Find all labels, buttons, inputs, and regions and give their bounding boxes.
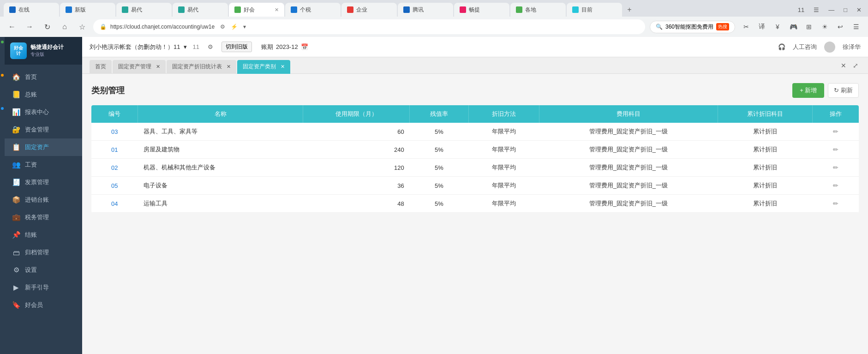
sidebar-item-tax[interactable]: 💼 税务管理 bbox=[5, 209, 82, 226]
sidebar-item-payroll[interactable]: 👥 工资 bbox=[5, 156, 82, 174]
sidebar-item-funds[interactable]: 🔐 资金管理 bbox=[5, 121, 82, 138]
cell-name-1: 房屋及建筑物 bbox=[138, 141, 303, 159]
sidebar-item-reports[interactable]: 📊 报表中心 bbox=[5, 103, 82, 121]
tab-title-7: 企业 bbox=[356, 6, 391, 14]
col-header-expense: 费用科目 bbox=[539, 105, 718, 123]
browser-tab-1[interactable]: 在线 bbox=[4, 3, 59, 17]
browser-tab-9[interactable]: 畅提 bbox=[454, 3, 509, 17]
period-label: 账期 bbox=[261, 43, 273, 51]
game-icon[interactable]: 🎮 bbox=[787, 20, 800, 33]
browser-tab-8[interactable]: 腾讯 bbox=[398, 3, 453, 17]
calendar-icon[interactable]: 📅 bbox=[301, 43, 308, 50]
search-box[interactable]: 🔍 360智能抠图免费用 热搜 bbox=[650, 21, 735, 33]
grid-icon[interactable]: ⊞ bbox=[802, 20, 815, 33]
cell-action-2: ✏ bbox=[812, 159, 859, 177]
help-label[interactable]: 人工咨询 bbox=[793, 43, 817, 51]
browser-tab-3[interactable]: 易代 bbox=[116, 3, 172, 17]
sidebar-nav: 🏠 首页 📒 总账 📊 报表中心 🔐 资金管理 📋 固定资产 👥 工资 bbox=[5, 65, 82, 354]
edit-button-2[interactable]: ✏ bbox=[833, 164, 838, 171]
tab-title-4: 易代 bbox=[187, 6, 222, 14]
account-dropdown[interactable]: ▾ bbox=[184, 43, 187, 50]
tab-close-5[interactable]: ✕ bbox=[275, 7, 279, 13]
reload-button[interactable]: ↻ bbox=[41, 20, 54, 33]
table-row: 01 房屋及建筑物 240 5% 年限平均 管理费用_固定资产折旧_一级 累计折… bbox=[91, 141, 859, 159]
fullscreen-button[interactable]: ⤢ bbox=[850, 60, 861, 71]
home-button[interactable]: ⌂ bbox=[58, 20, 71, 33]
tab-count[interactable]: 11 bbox=[795, 6, 807, 14]
search-text: 360智能抠图免费用 bbox=[665, 23, 713, 31]
browser-tab-7[interactable]: 企业 bbox=[341, 3, 397, 17]
address-bar: ← → ↻ ⌂ ☆ 🔒 https://cloud.chanjet.com/ac… bbox=[0, 17, 868, 37]
user-label[interactable]: 徐泽华 bbox=[843, 43, 861, 51]
content-tab-category-close[interactable]: ✕ bbox=[281, 64, 285, 70]
sidebar-item-guide[interactable]: ▶ 新手引导 bbox=[5, 279, 82, 296]
content-tab-fixed-mgmt-close[interactable]: ✕ bbox=[156, 64, 160, 70]
user-avatar bbox=[824, 42, 835, 53]
scissors-icon[interactable]: ✂ bbox=[740, 20, 753, 33]
browser-tab-6[interactable]: 个税 bbox=[285, 3, 341, 17]
menu-icon[interactable]: ☰ bbox=[850, 20, 862, 33]
settings-button[interactable]: ⚙ bbox=[205, 42, 216, 53]
currency-icon[interactable]: ¥ bbox=[771, 20, 784, 33]
theme-icon[interactable]: ☀ bbox=[818, 20, 831, 33]
guide-icon: ▶ bbox=[12, 283, 20, 292]
edit-button-3[interactable]: ✏ bbox=[833, 182, 838, 189]
cell-action-1: ✏ bbox=[812, 141, 859, 159]
edit-button-4[interactable]: ✏ bbox=[833, 200, 838, 207]
cell-expense-3: 管理费用_固定资产折旧_一级 bbox=[539, 177, 718, 195]
cell-expense-2: 管理费用_固定资产折旧_一级 bbox=[539, 159, 718, 177]
edit-button-0[interactable]: ✏ bbox=[833, 128, 838, 135]
sidebar-item-home[interactable]: 🏠 首页 bbox=[5, 68, 82, 86]
status-dot-3 bbox=[1, 107, 4, 110]
cell-id-1: 01 bbox=[91, 141, 138, 159]
fixed-icon: 📋 bbox=[12, 143, 20, 151]
add-button[interactable]: + 新增 bbox=[792, 83, 824, 98]
tab-menu[interactable]: ☰ bbox=[811, 6, 822, 14]
address-input[interactable]: 🔒 https://cloud.chanjet.com/accounting/u… bbox=[93, 19, 645, 34]
sidebar-item-fixed[interactable]: 📋 固定资产 bbox=[5, 138, 82, 156]
sidebar-item-archive[interactable]: 🗃 归档管理 bbox=[5, 244, 82, 261]
version-button[interactable]: 切到旧版 bbox=[221, 42, 252, 52]
sidebar-item-purchase[interactable]: 📦 进销台账 bbox=[5, 191, 82, 209]
content-tab-depreciation-close[interactable]: ✕ bbox=[227, 64, 231, 70]
sidebar-item-more[interactable]: 🔖 好会员 bbox=[5, 296, 82, 314]
maximize-btn[interactable]: □ bbox=[841, 6, 850, 14]
cell-residual-1: 5% bbox=[410, 141, 468, 159]
sidebar-item-ledger[interactable]: 📒 总账 bbox=[5, 86, 82, 103]
undo-icon[interactable]: ↩ bbox=[834, 20, 847, 33]
col-header-action: 操作 bbox=[812, 105, 859, 123]
restore-button[interactable]: ✕ bbox=[838, 60, 849, 71]
browser-tab-4[interactable]: 易代 bbox=[173, 3, 228, 17]
new-tab-button[interactable]: + bbox=[623, 3, 636, 16]
browser-tab-11[interactable]: 目前 bbox=[567, 3, 622, 17]
back-button[interactable]: ← bbox=[6, 20, 18, 33]
forward-button[interactable]: → bbox=[23, 20, 36, 33]
browser-tab-10[interactable]: 各地 bbox=[510, 3, 566, 17]
browser-tab-2[interactable]: 新版 bbox=[60, 3, 115, 17]
content-tab-depreciation[interactable]: 固定资产折旧统计表 ✕ bbox=[167, 60, 236, 74]
table-header-row: 编号 名称 使用期限（月） 残值率 折旧方法 费用科目 累计折旧科目 操作 bbox=[91, 105, 859, 123]
translate-icon[interactable]: 译 bbox=[755, 20, 768, 33]
sidebar-item-invoice[interactable]: 🧾 发票管理 bbox=[5, 174, 82, 191]
main-content: 刘小艳演示帐套（勿删勿动！）11 ▾ 11 ⚙ 切到旧版 账期 2023-12 … bbox=[82, 37, 868, 354]
tab-title-10: 各地 bbox=[525, 6, 560, 14]
browser-tab-5[interactable]: 好会 ✕ bbox=[229, 3, 284, 17]
close-window-btn[interactable]: ✕ bbox=[854, 6, 864, 14]
tab-title-11: 目前 bbox=[581, 6, 617, 14]
sidebar-item-settings[interactable]: ⚙ 设置 bbox=[5, 261, 82, 279]
browser-chrome: 在线 新版 易代 易代 好会 ✕ 个税 企业 bbox=[0, 0, 868, 37]
cell-residual-2: 5% bbox=[410, 159, 468, 177]
bookmark-button[interactable]: ☆ bbox=[76, 20, 89, 33]
url-text: https://cloud.chanjet.com/accounting/uw1… bbox=[110, 24, 215, 30]
content-tab-category[interactable]: 固定资产类别 ✕ bbox=[237, 60, 290, 74]
minimize-btn[interactable]: — bbox=[826, 6, 837, 14]
tab-favicon-8 bbox=[403, 6, 410, 13]
refresh-button[interactable]: ↻ 刷新 bbox=[828, 83, 859, 98]
edit-button-1[interactable]: ✏ bbox=[833, 146, 838, 153]
status-dot-1 bbox=[1, 41, 4, 43]
page-title-row: 类别管理 + 新增 ↻ 刷新 bbox=[91, 83, 859, 98]
content-tab-home[interactable]: 首页 bbox=[90, 60, 112, 74]
period-value: 2023-12 bbox=[276, 43, 298, 50]
sidebar-item-close[interactable]: 📌 结账 bbox=[5, 226, 82, 244]
content-tab-fixed-mgmt[interactable]: 固定资产管理 ✕ bbox=[113, 60, 166, 74]
